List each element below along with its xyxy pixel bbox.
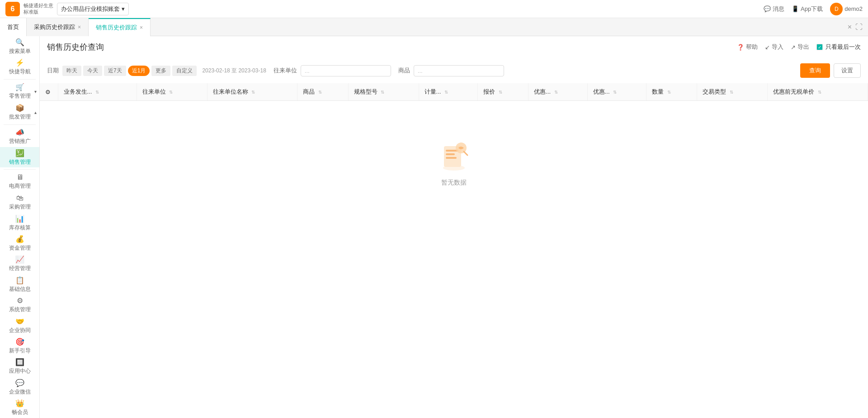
- date-filter-label: 日期: [47, 66, 59, 75]
- appstore-icon: 🔲: [15, 358, 24, 366]
- query-button[interactable]: 查询: [800, 63, 830, 78]
- tab-sales-history[interactable]: 销售历史价跟踪 ×: [89, 18, 151, 36]
- sort-icon: ⇅: [818, 90, 821, 95]
- sidebar-item-marketing[interactable]: 📣 营销推广: [0, 126, 39, 147]
- sidebar-item-basic[interactable]: 📋 基础信息: [0, 274, 39, 294]
- tab-purchase-history[interactable]: 采购历史价跟踪 ×: [27, 18, 89, 36]
- logo-icon: 6: [5, 2, 20, 16]
- svg-line-6: [464, 152, 467, 155]
- date-btn-yesterday[interactable]: 昨天: [62, 66, 81, 76]
- wechat-icon: 💬: [15, 379, 24, 387]
- col-partner-code[interactable]: 往来单位 ⇅: [137, 83, 207, 101]
- col-partner-name[interactable]: 往来单位名称 ⇅: [207, 83, 297, 101]
- page-title: 销售历史价查询: [47, 42, 104, 52]
- sidebar-item-system[interactable]: ⚙ 系统管理: [0, 295, 39, 315]
- sidebar-item-finance[interactable]: 💰 资金管理: [0, 233, 39, 253]
- close-sales-history-tab[interactable]: ×: [140, 24, 143, 31]
- tabbar: 首页 采购历史价跟踪 × 销售历史价跟踪 × × ⛶: [0, 18, 868, 36]
- sidebar-item-enterprise[interactable]: 🤝 企业协同: [0, 315, 39, 336]
- download-icon: 📱: [792, 5, 799, 12]
- setting-button[interactable]: 设置: [834, 63, 861, 78]
- date-btn-today[interactable]: 今天: [83, 66, 102, 76]
- retail-icon: 🛒: [15, 83, 24, 91]
- app-download-btn[interactable]: 📱 App下载: [792, 5, 823, 13]
- sidebar-item-inventory[interactable]: 📊 库存核算: [0, 213, 39, 233]
- help-btn[interactable]: ❓ 帮助: [737, 43, 758, 51]
- goods-filter-label: 商品: [398, 66, 410, 75]
- sidebar-divider-1: [4, 79, 36, 80]
- date-btn-last1month[interactable]: 近1月: [128, 66, 150, 76]
- col-gear[interactable]: ⚙: [40, 83, 58, 101]
- import-btn[interactable]: ↙ 导入: [765, 43, 783, 51]
- sidebar-item-operation[interactable]: 📈 经营管理: [0, 254, 39, 274]
- sidebar-item-shortcuts[interactable]: ⚡ 快捷导航: [0, 57, 39, 77]
- content-area: 销售历史价查询 ❓ 帮助 ↙ 导入 ↗ 导出: [40, 36, 868, 418]
- tab-home[interactable]: 首页: [0, 18, 27, 36]
- col-discount2[interactable]: 优惠... ⇅: [587, 83, 646, 101]
- marketing-icon: 📣: [15, 128, 24, 137]
- sidebar-divider-3: [4, 169, 36, 170]
- date-options: 昨天 今天 近7天 近1月 更多 自定义: [62, 66, 197, 76]
- col-discount1[interactable]: 优惠... ⇅: [528, 83, 587, 101]
- operation-icon: 📈: [15, 255, 24, 264]
- filter-actions: 查询 设置: [800, 63, 861, 78]
- tabbar-actions: × ⛶: [848, 23, 868, 31]
- sidebar-item-purchase[interactable]: 🛍 采购管理: [0, 192, 39, 213]
- enterprise-icon: 🤝: [15, 317, 24, 326]
- sidebar-divider-2: [4, 124, 36, 125]
- table-body: 暂无数据: [40, 101, 868, 223]
- fullscreen-btn[interactable]: ⛶: [855, 23, 863, 31]
- sort-icon: ⇅: [613, 90, 617, 95]
- message-icon: 💬: [764, 5, 771, 12]
- sidebar-item-newuser[interactable]: 🎯 新手引导: [0, 336, 39, 356]
- import-icon: ↙: [765, 44, 770, 51]
- close-all-tabs-btn[interactable]: ×: [848, 23, 852, 31]
- sidebar-item-sales-mgmt[interactable]: 💹 销售管理: [0, 147, 39, 167]
- col-qty[interactable]: 数量 ⇅: [646, 83, 697, 101]
- sort-icon: ⇅: [499, 90, 502, 95]
- sidebar-item-search[interactable]: 🔍 搜索菜单: [0, 36, 39, 57]
- last-one-checkbox[interactable]: [816, 44, 823, 50]
- col-pretax-price[interactable]: 优惠前无税单价 ⇅: [768, 83, 868, 101]
- message-btn[interactable]: 💬 消息: [764, 5, 784, 13]
- account-selector[interactable]: 办公用品行业模拟账套 ▾: [57, 3, 129, 15]
- avatar: D: [830, 3, 843, 15]
- topbar-left: 6 畅捷通好生意 标准版 办公用品行业模拟账套 ▾: [5, 2, 129, 16]
- gear-icon: ⚙: [45, 89, 51, 95]
- col-quote[interactable]: 报价 ⇅: [478, 83, 528, 101]
- sidebar-item-wechat[interactable]: 💬 企业微信: [0, 377, 39, 397]
- sales-icon: 💹: [15, 149, 24, 157]
- close-purchase-history-tab[interactable]: ×: [78, 24, 81, 30]
- partner-input[interactable]: ...: [301, 65, 391, 76]
- sidebar: 🔍 搜索菜单 ⚡ 快捷导航 🛒 零售管理 ▾ 📦 批发管理 ▴ 📣 营销推广 💹…: [0, 36, 40, 418]
- goods-input[interactable]: ...: [414, 65, 504, 76]
- page-header: 销售历史价查询 ❓ 帮助 ↙ 导入 ↗ 导出: [40, 36, 868, 58]
- sort-icon: ⇅: [318, 90, 322, 95]
- goods-filter: 商品 ...: [398, 65, 504, 76]
- user-menu[interactable]: D demo2: [830, 3, 863, 15]
- col-unit[interactable]: 计量... ⇅: [419, 83, 477, 101]
- date-btn-last7days[interactable]: 近7天: [104, 66, 126, 76]
- col-spec[interactable]: 规格型号 ⇅: [348, 83, 419, 101]
- table-container: ⚙ 业务发生... ⇅ 往来单位 ⇅ 往来单位名称 ⇅: [40, 83, 868, 418]
- chevron-up-icon: ▴: [34, 109, 37, 114]
- partner-filter: 往来单位 ...: [274, 65, 391, 76]
- sort-icon: ⇅: [554, 90, 558, 95]
- col-biz-date[interactable]: 业务发生... ⇅: [58, 83, 137, 101]
- col-goods[interactable]: 商品 ⇅: [297, 83, 348, 101]
- last-one-checkbox-label[interactable]: 只看最后一次: [816, 43, 861, 51]
- date-btn-more[interactable]: 更多: [151, 66, 170, 76]
- date-btn-custom[interactable]: 自定义: [172, 66, 197, 76]
- sort-icon: ⇅: [730, 90, 733, 95]
- sidebar-item-ecommerce[interactable]: 🖥 电商管理: [0, 171, 39, 192]
- sort-icon: ⇅: [169, 90, 173, 95]
- search-icon: 🔍: [15, 38, 24, 47]
- date-range-display: 2023-02-18 至 2023-03-18: [202, 67, 266, 75]
- sidebar-item-wholesale[interactable]: 📦 批发管理 ▴: [0, 102, 39, 122]
- sidebar-item-retail[interactable]: 🛒 零售管理 ▾: [0, 81, 39, 102]
- sidebar-item-member[interactable]: 👑 畅会员: [0, 398, 39, 418]
- sidebar-item-appstore[interactable]: 🔲 应用中心: [0, 356, 39, 377]
- export-icon: ↗: [791, 44, 796, 51]
- export-btn[interactable]: ↗ 导出: [791, 43, 809, 51]
- col-trade-type[interactable]: 交易类型 ⇅: [697, 83, 768, 101]
